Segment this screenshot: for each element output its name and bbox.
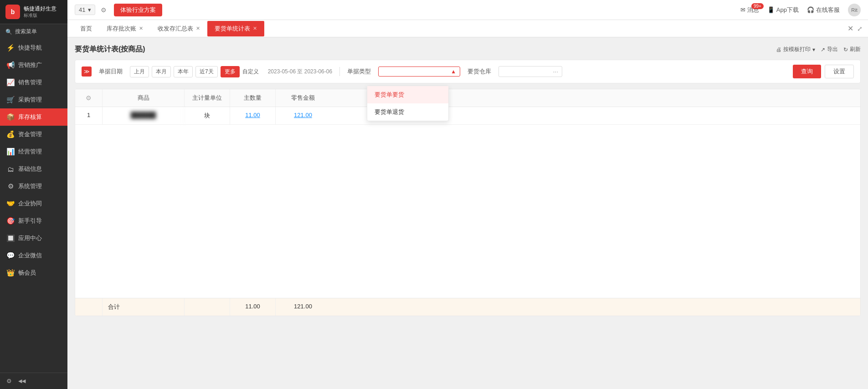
filter-actions: 查询 设置 bbox=[793, 65, 854, 78]
page-actions: 🖨 按模板打印 ▾ ↗ 导出 ↻ 刷新 bbox=[776, 46, 861, 53]
date-custom[interactable]: 自定义 bbox=[242, 68, 259, 76]
col-amount: 零售金额 bbox=[276, 89, 330, 107]
sidebar-item-member[interactable]: 👑 畅会员 bbox=[0, 264, 67, 282]
sidebar-item-basic[interactable]: 🗂 基础信息 bbox=[0, 160, 67, 178]
basic-icon: 🗂 bbox=[6, 165, 15, 173]
service-icon: 🎧 bbox=[807, 6, 814, 13]
tab-home[interactable]: 首页 bbox=[73, 21, 99, 36]
topbar-right: ✉ 消息 99+ 📱 App下载 🎧 在线客服 Rit bbox=[740, 4, 861, 16]
table-footer: 合计 11.00 121.00 bbox=[75, 298, 860, 316]
footer-quantity: 11.00 bbox=[230, 298, 276, 316]
content-area: 要货单统计表(按商品) 🖨 按模板打印 ▾ ↗ 导出 ↻ 刷新 bbox=[67, 37, 868, 389]
tab-receivables[interactable]: 收发存汇总表 ✕ bbox=[150, 21, 207, 36]
warehouse-dropdown[interactable]: ··· bbox=[498, 66, 562, 77]
sidebar-item-purchase[interactable]: 🛒 采购管理 bbox=[0, 91, 67, 108]
gear-icon: ⚙ bbox=[86, 94, 92, 102]
cell-quantity[interactable]: 11.00 bbox=[230, 107, 276, 124]
dropdown-item-return[interactable]: 要货单退货 bbox=[367, 103, 448, 121]
dropdown-item-requisition[interactable]: 要货单要货 bbox=[367, 86, 448, 103]
footer-amount: 121.00 bbox=[276, 298, 330, 316]
sidebar-item-quick-nav[interactable]: ⚡ 快捷导航 bbox=[0, 39, 67, 56]
settings-icon[interactable]: ⚙ bbox=[6, 378, 12, 384]
settings-button[interactable]: 设置 bbox=[825, 65, 854, 78]
sidebar-footer: ⚙ ◀◀ bbox=[0, 373, 67, 389]
member-icon: 👑 bbox=[6, 269, 15, 277]
export-icon: ↗ bbox=[821, 46, 825, 53]
table-empty-area bbox=[75, 125, 860, 298]
expand-tabs-button[interactable]: ⤢ bbox=[857, 25, 863, 32]
topbar-gear-icon[interactable]: ⚙ bbox=[101, 6, 107, 14]
sidebar-item-guide[interactable]: 🎯 新手引导 bbox=[0, 212, 67, 230]
close-tab-requisition-stats[interactable]: ✕ bbox=[253, 26, 257, 31]
chevron-down-icon: ▾ bbox=[88, 6, 91, 13]
tab-requisition-stats[interactable]: 要货单统计表 ✕ bbox=[207, 21, 264, 36]
page-title: 要货单统计表(按商品) bbox=[75, 45, 145, 54]
col-settings[interactable]: ⚙ bbox=[75, 89, 103, 107]
tab-inventory-batch[interactable]: 库存批次账 ✕ bbox=[99, 21, 150, 36]
data-table: ⚙ 商品 主计量单位 主数量 零售金额 1 ██████ 块 11.00 121… bbox=[75, 89, 861, 316]
col-quantity: 主数量 bbox=[230, 89, 276, 107]
tabs-bar: 首页 库存批次账 ✕ 收发存汇总表 ✕ 要货单统计表 ✕ ✕ ⤢ bbox=[67, 20, 868, 37]
sales-icon: 📈 bbox=[6, 78, 15, 87]
date-this-month[interactable]: 本月 bbox=[152, 66, 171, 77]
purchase-icon: 🛒 bbox=[6, 96, 15, 104]
cell-amount[interactable]: 121.00 bbox=[276, 107, 330, 124]
guide-icon: 🎯 bbox=[6, 217, 15, 225]
close-tab-inventory-batch[interactable]: ✕ bbox=[139, 26, 143, 31]
print-icon: 🖨 bbox=[776, 46, 781, 53]
date-last-month[interactable]: 上月 bbox=[130, 66, 149, 77]
footer-label: 合计 bbox=[103, 298, 185, 316]
collapse-icon[interactable]: ◀◀ bbox=[18, 378, 26, 384]
table-row: 1 ██████ 块 11.00 121.00 bbox=[75, 107, 860, 125]
system-icon: ⚙ bbox=[6, 182, 15, 190]
appstore-icon: 🔲 bbox=[6, 234, 15, 242]
date-options: 上月 本月 本年 近7天 更多 自定义 bbox=[130, 66, 259, 77]
app-download-button[interactable]: 📱 App下载 bbox=[767, 6, 799, 14]
main-area: 41 ▾ ⚙ 体验行业方案 ✉ 消息 99+ 📱 App下载 🎧 在线客服 Ri… bbox=[67, 0, 868, 389]
refresh-icon: ↻ bbox=[843, 46, 848, 53]
warehouse-more-icon: ··· bbox=[553, 68, 558, 75]
filter-toggle-button[interactable]: ≫ bbox=[82, 67, 92, 77]
sidebar-item-marketing[interactable]: 📢 营销推广 bbox=[0, 56, 67, 74]
close-tab-receivables[interactable]: ✕ bbox=[196, 26, 200, 31]
type-dropdown-menu: 要货单要货 要货单退货 bbox=[367, 86, 449, 121]
sidebar-item-sales[interactable]: 📈 销售管理 bbox=[0, 74, 67, 91]
sidebar-item-wechat[interactable]: 💬 企业微信 bbox=[0, 247, 67, 264]
col-product: 商品 bbox=[103, 89, 185, 107]
tab-selector[interactable]: 41 ▾ bbox=[75, 5, 95, 15]
close-all-tabs-button[interactable]: ✕ bbox=[847, 24, 853, 33]
page-titlebar: 要货单统计表(按商品) 🖨 按模板打印 ▾ ↗ 导出 ↻ 刷新 bbox=[75, 45, 861, 54]
sidebar: b 畅捷通好生意 标准版 🔍 搜索菜单 ⚡ 快捷导航 📢 营销推广 📈 销售管理… bbox=[0, 0, 67, 389]
sidebar-item-inventory[interactable]: 📦 库存核算 bbox=[0, 108, 67, 126]
sidebar-item-system[interactable]: ⚙ 系统管理 bbox=[0, 178, 67, 195]
sidebar-item-enterprise[interactable]: 🤝 企业协同 bbox=[0, 195, 67, 212]
sidebar-item-appstore[interactable]: 🔲 应用中心 bbox=[0, 230, 67, 247]
sidebar-item-operations[interactable]: 📊 经营管理 bbox=[0, 143, 67, 160]
online-service-button[interactable]: 🎧 在线客服 bbox=[807, 6, 840, 14]
date-more-badge[interactable]: 更多 bbox=[221, 66, 240, 77]
user-avatar[interactable]: Rit bbox=[848, 4, 861, 16]
promo-button[interactable]: 体验行业方案 bbox=[114, 4, 162, 16]
query-button[interactable]: 查询 bbox=[793, 65, 821, 78]
print-button[interactable]: 🖨 按模板打印 ▾ bbox=[776, 46, 815, 53]
filter-card: ≫ 单据日期 上月 本月 本年 近7天 更多 自定义 2023-05-06 至 … bbox=[75, 60, 861, 83]
sidebar-item-finance[interactable]: 💰 资金管理 bbox=[0, 126, 67, 143]
type-dropdown[interactable]: ▲ bbox=[378, 67, 460, 77]
chevron-up-icon: ▲ bbox=[451, 68, 456, 75]
finance-icon: 💰 bbox=[6, 130, 15, 138]
warehouse-label: 要货仓库 bbox=[467, 67, 491, 76]
marketing-icon: 📢 bbox=[6, 61, 15, 69]
search-menu[interactable]: 🔍 搜索菜单 bbox=[0, 24, 67, 39]
footer-unit-empty bbox=[185, 298, 230, 316]
app-logo: b bbox=[5, 5, 20, 19]
operations-icon: 📊 bbox=[6, 148, 15, 156]
export-button[interactable]: ↗ 导出 bbox=[821, 46, 838, 53]
footer-empty-1 bbox=[75, 298, 103, 316]
date-this-year[interactable]: 本年 bbox=[174, 66, 193, 77]
bell-icon: ✉ bbox=[740, 6, 745, 13]
inventory-icon: 📦 bbox=[6, 113, 15, 121]
wechat-icon: 💬 bbox=[6, 251, 15, 260]
refresh-button[interactable]: ↻ 刷新 bbox=[843, 46, 861, 53]
notification-button[interactable]: ✉ 消息 99+ bbox=[740, 6, 759, 14]
date-last-7[interactable]: 近7天 bbox=[195, 66, 218, 77]
